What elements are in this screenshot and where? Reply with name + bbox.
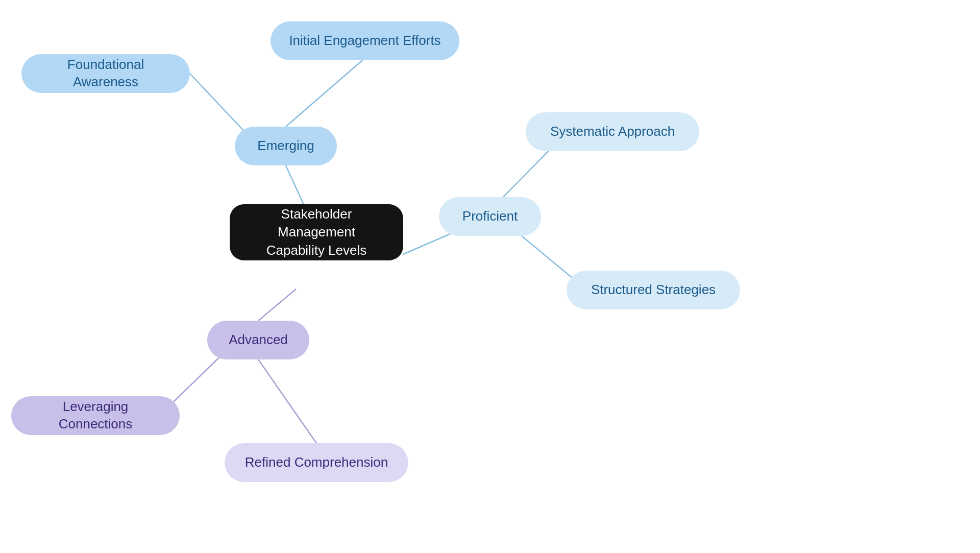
emerging-label: Emerging: [257, 137, 314, 155]
systematic-approach-node[interactable]: Systematic Approach: [526, 112, 699, 151]
initial-engagement-label: Initial Engagement Efforts: [289, 32, 440, 50]
proficient-node[interactable]: Proficient: [439, 197, 541, 236]
svg-line-8: [258, 359, 316, 443]
structured-strategies-label: Structured Strategies: [591, 281, 716, 299]
systematic-approach-label: Systematic Approach: [550, 123, 675, 140]
advanced-label: Advanced: [229, 331, 288, 349]
proficient-label: Proficient: [462, 208, 518, 225]
center-label: Stakeholder Management Capability Levels: [244, 205, 389, 259]
foundational-awareness-label: Foundational Awareness: [38, 56, 174, 91]
foundational-awareness-node[interactable]: Foundational Awareness: [21, 54, 190, 93]
center-node[interactable]: Stakeholder Management Capability Levels: [230, 204, 403, 260]
leveraging-connections-node[interactable]: Leveraging Connections: [11, 396, 180, 435]
structured-strategies-node[interactable]: Structured Strategies: [567, 271, 740, 309]
advanced-node[interactable]: Advanced: [207, 321, 309, 359]
leveraging-connections-label: Leveraging Connections: [28, 398, 163, 433]
emerging-node[interactable]: Emerging: [235, 127, 337, 165]
refined-comprehension-node[interactable]: Refined Comprehension: [225, 443, 408, 482]
initial-engagement-node[interactable]: Initial Engagement Efforts: [271, 21, 459, 60]
svg-line-6: [258, 289, 296, 321]
refined-comprehension-label: Refined Comprehension: [245, 454, 388, 471]
svg-line-1: [286, 60, 362, 127]
